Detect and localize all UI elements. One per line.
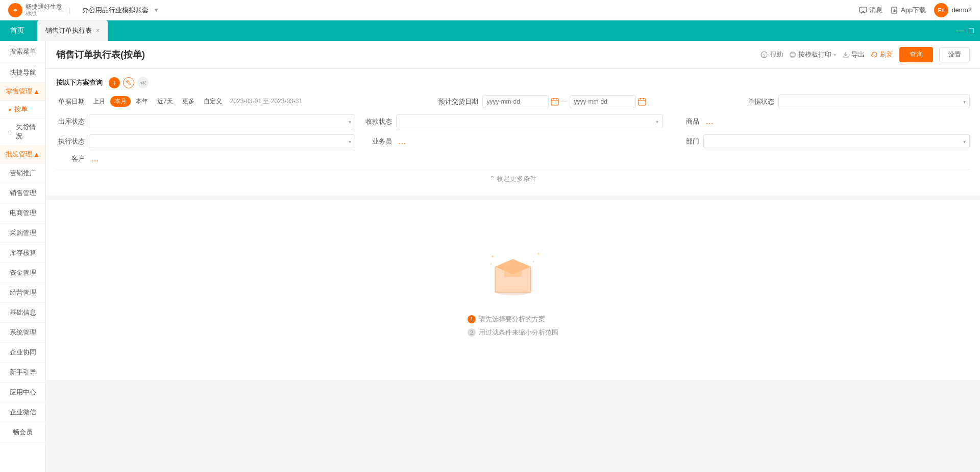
- receive-status-label: 收款状态: [363, 117, 392, 126]
- sidebar-item-system-mgmt[interactable]: 系统管理: [0, 323, 45, 343]
- date-tab-this-month[interactable]: 本月: [110, 96, 131, 107]
- date-tab-7days[interactable]: 近7天: [153, 96, 177, 107]
- order-status-label: 单据状态: [746, 97, 774, 106]
- sidebar-item-sales-mgmt[interactable]: 销售管理: [0, 183, 45, 203]
- sidebar-item-by-order[interactable]: ● 按单: [0, 101, 45, 119]
- help-button[interactable]: ? 帮助: [761, 50, 783, 59]
- download-button[interactable]: App下载: [891, 6, 926, 15]
- receive-status-select[interactable]: [396, 114, 663, 128]
- filter-item-customer: 客户 …: [56, 154, 358, 163]
- date-tabs: 上月 本月 本年 近7天 更多 自定义: [89, 96, 226, 107]
- content-area: 销售订单执行表(按单) ? 帮助 按模板打印 ▾ 导出 刷新: [46, 41, 980, 472]
- collapse-filter-button[interactable]: ≪: [137, 77, 149, 88]
- sidebar-item-ecommerce[interactable]: 电商管理: [0, 203, 45, 223]
- customer-control: …: [89, 154, 358, 163]
- hint-num-2: 2: [468, 328, 476, 337]
- page-title: 销售订单执行表(按单): [56, 49, 145, 61]
- settings-button[interactable]: 设置: [939, 47, 970, 62]
- refresh-button[interactable]: 刷新: [871, 50, 893, 59]
- sidebar-item-enterprise-wechat[interactable]: 企业微信: [0, 403, 45, 422]
- tab-close-icon[interactable]: ×: [96, 27, 100, 34]
- hint-item-2: 2 用过滤条件来缩小分析范围: [468, 326, 558, 339]
- hint-item-1: 1 请先选择要分析的方案: [468, 313, 558, 326]
- add-plan-button[interactable]: +: [109, 77, 120, 88]
- export-button[interactable]: 导出: [842, 50, 865, 59]
- filter-item-dept: 部门 ▾: [671, 134, 970, 148]
- expected-date-from[interactable]: [482, 95, 549, 108]
- expected-date-to[interactable]: [570, 95, 636, 108]
- expected-date-control: —: [482, 95, 738, 108]
- tab-sales-order[interactable]: 销售订单执行表 ×: [37, 20, 108, 41]
- message-button[interactable]: 消息: [859, 6, 883, 15]
- svg-rect-5: [790, 53, 795, 56]
- date-tab-more[interactable]: 更多: [178, 96, 199, 107]
- exec-status-select[interactable]: [89, 134, 355, 148]
- filter-item-order-status: 单据状态 ▾: [746, 95, 970, 108]
- empty-hints: 1 请先选择要分析的方案 2 用过滤条件来缩小分析范围: [468, 313, 558, 339]
- order-status-control: ▾: [778, 95, 970, 108]
- sidebar-item-marketing[interactable]: 营销推广: [0, 163, 45, 183]
- order-status-select[interactable]: [778, 95, 970, 108]
- page-header: 销售订单执行表(按单) ? 帮助 按模板打印 ▾ 导出 刷新: [46, 41, 980, 69]
- print-dropdown-icon[interactable]: ▾: [834, 52, 836, 58]
- top-bar-right: 消息 App下载 Ea demo2: [859, 3, 972, 17]
- edit-plan-button[interactable]: ✎: [123, 77, 134, 88]
- print-button[interactable]: 按模板打印 ▾: [789, 50, 836, 59]
- date-tab-last-month[interactable]: 上月: [89, 96, 109, 107]
- hint-num-1: 1: [468, 315, 476, 323]
- sidebar-item-purchase[interactable]: 采购管理: [0, 223, 45, 243]
- dept-select[interactable]: [703, 134, 970, 148]
- filter-item-receive-status: 收款状态 ▾: [363, 114, 663, 128]
- message-icon: [859, 6, 867, 14]
- logo-area: 畅捷通好生意 标版: [8, 3, 62, 17]
- window-maximize-icon[interactable]: □: [969, 26, 974, 35]
- goods-picker-button[interactable]: …: [703, 117, 716, 126]
- sidebar-item-wholesale-mgmt[interactable]: 批发管理 ▲: [0, 146, 45, 163]
- backorder-icon: ◎: [8, 129, 13, 135]
- svg-point-16: [533, 261, 534, 263]
- out-status-select[interactable]: [89, 114, 355, 128]
- salesman-label: 业务员: [363, 137, 392, 146]
- top-bar-left: 畅捷通好生意 标版 | 办公用品行业模拟账套 ▾: [8, 3, 158, 17]
- sidebar-search-area: 搜索菜单: [0, 41, 45, 63]
- sidebar-item-retail-mgmt[interactable]: 零售管理 ▲: [0, 83, 45, 101]
- search-menu-button[interactable]: 搜索菜单: [4, 45, 41, 58]
- refresh-icon: [871, 51, 878, 58]
- sidebar-item-basic-info[interactable]: 基础信息: [0, 303, 45, 323]
- sidebar-item-finance[interactable]: 资金管理: [0, 263, 45, 283]
- date-tab-custom[interactable]: 自定义: [200, 96, 226, 107]
- salesman-control: …: [396, 137, 663, 146]
- filter-row-1: 单据日期 上月 本月 本年 近7天 更多 自定义 2023-03-01: [56, 95, 970, 108]
- sidebar-item-shortcut[interactable]: 快捷导航: [0, 63, 45, 83]
- salesman-picker-button[interactable]: …: [396, 137, 408, 146]
- date-range-display: 2023-03-01 至 2023-03-31: [230, 97, 302, 106]
- svg-text:?: ?: [763, 53, 765, 58]
- collapse-more-button[interactable]: ⌃ 收起更多条件: [56, 170, 970, 187]
- nav-path: 办公用品行业模拟账套: [82, 6, 149, 15]
- sidebar: 搜索菜单 快捷导航 零售管理 ▲ ● 按单 ◎ 欠货情况 批发管理 ▲ 营销推广…: [0, 41, 46, 472]
- sidebar-item-enterprise-collab[interactable]: 企业协同: [0, 343, 45, 363]
- help-icon: ?: [761, 51, 768, 58]
- user-area[interactable]: Ea demo2: [934, 3, 972, 17]
- user-avatar: Ea: [934, 3, 948, 17]
- sidebar-item-backorder[interactable]: ◎ 欠货情况: [0, 119, 45, 146]
- main-layout: 搜索菜单 快捷导航 零售管理 ▲ ● 按单 ◎ 欠货情况 批发管理 ▲ 营销推广…: [0, 41, 980, 472]
- sidebar-item-new-guide[interactable]: 新手引导: [0, 363, 45, 383]
- customer-picker-button[interactable]: …: [89, 154, 101, 163]
- calendar-from-icon: [551, 98, 559, 106]
- tab-home[interactable]: 首页: [0, 20, 35, 41]
- sidebar-item-operations[interactable]: 经营管理: [0, 283, 45, 303]
- sidebar-item-app-center[interactable]: 应用中心: [0, 383, 45, 403]
- top-bar: 畅捷通好生意 标版 | 办公用品行业模拟账套 ▾ 消息 App下载 Ea dem…: [0, 0, 980, 20]
- query-button[interactable]: 查询: [899, 47, 933, 62]
- sidebar-item-member[interactable]: 畅会员: [0, 422, 45, 442]
- exec-status-control: ▾: [89, 134, 355, 148]
- nav-dropdown-icon[interactable]: ▾: [155, 6, 158, 14]
- sidebar-item-inventory[interactable]: 库存核算: [0, 243, 45, 263]
- filter-panel: 按以下方案查询 + ✎ ≪ 单据日期 上月: [46, 69, 980, 196]
- date-tab-this-year[interactable]: 本年: [132, 96, 152, 107]
- export-icon: [842, 51, 849, 58]
- out-status-label: 出库状态: [56, 117, 85, 126]
- window-minimize-icon[interactable]: —: [957, 26, 965, 35]
- tab-bar-actions: — □: [957, 26, 980, 35]
